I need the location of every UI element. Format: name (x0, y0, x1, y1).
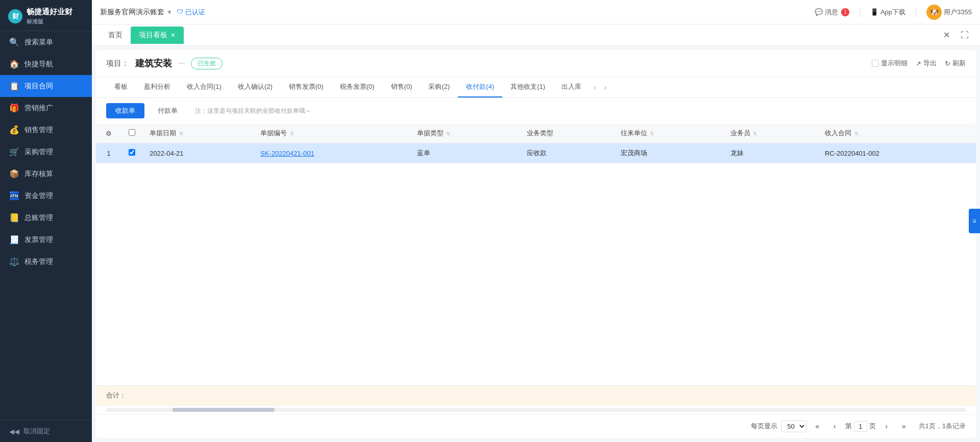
subtab-profit[interactable]: 盈利分析 (136, 77, 179, 97)
search-icon: 🔍 (9, 37, 19, 47)
user-profile-button[interactable]: 🐶 用户3355 (926, 5, 972, 20)
page-label: 第 (845, 422, 852, 431)
number-col-header[interactable]: 单据编号 ⇅ (253, 124, 410, 143)
app-edition: 标准版 (27, 18, 72, 26)
avatar: 🐶 (926, 5, 942, 20)
close-window-button[interactable]: ✕ (939, 28, 953, 42)
topbar-right: 💬 消息 1 📱 App下载 🐶 用户3355 (815, 5, 972, 20)
project-status-badge: 已生效 (191, 58, 223, 69)
sidebar-item-sales[interactable]: 💰 销售管理 (0, 119, 92, 141)
unpin-icon: ◀◀ (9, 428, 19, 435)
row-number[interactable]: SK-20220421-001 (253, 143, 410, 163)
subtab-kanban[interactable]: 看板 (106, 77, 136, 97)
maximize-window-button[interactable]: ⛶ (958, 28, 972, 42)
select-all-checkbox[interactable] (129, 129, 135, 136)
sidebar-item-project[interactable]: 📋 项目合同 (0, 75, 92, 97)
project-name: 建筑安装 (135, 57, 172, 69)
inner-tab-payment[interactable]: 付款单 (149, 103, 187, 118)
show-detail-checkbox-box[interactable] (872, 60, 879, 67)
subtab-prev-arrow[interactable]: ‹ (590, 83, 600, 91)
sidebar-label-marketing: 营销推广 (24, 104, 53, 113)
messages-button[interactable]: 💬 消息 1 (815, 8, 849, 17)
subtab-purchase[interactable]: 采购(2) (420, 77, 458, 97)
prev-page-button[interactable]: ‹ (828, 420, 841, 433)
row-checkbox[interactable] (129, 149, 135, 156)
row-date: 2022-04-21 (142, 143, 253, 163)
salesman-sort-icon: ⇅ (753, 131, 757, 136)
sidebar-item-search[interactable]: 🔍 搜索菜单 (0, 31, 92, 53)
side-panel-button[interactable]: ≡ (969, 209, 980, 233)
tabbar-actions: ✕ ⛶ (939, 28, 972, 42)
horizontal-scrollbar[interactable] (96, 405, 976, 414)
subtab-receipt[interactable]: 收付款(4) (458, 77, 502, 97)
subtab-tax-invoice[interactable]: 税务发票(0) (332, 77, 383, 97)
row-number-link[interactable]: SK-20220421-001 (260, 150, 314, 157)
inner-tab-receipt[interactable]: 收款单 (106, 103, 144, 118)
verified-badge: 🛡 已认证 (177, 8, 205, 17)
salesman-col-header[interactable]: 业务员 ⇅ (723, 124, 818, 143)
sidebar-label-project: 项目合同 (24, 82, 53, 91)
income-contract-col-header[interactable]: 收入合同 ⇅ (818, 124, 976, 143)
sidebar-item-tax[interactable]: ⚖️ 税务管理 (0, 251, 92, 273)
shield-icon: 🛡 (177, 8, 183, 16)
biz-type-col-header: 业务类型 (520, 124, 614, 143)
side-panel-icon: ≡ (972, 217, 976, 225)
sidebar-item-inventory[interactable]: 📦 库存核算 (0, 163, 92, 185)
type-col-header[interactable]: 单据类型 ⇅ (410, 124, 520, 143)
project-icon: 📋 (9, 81, 19, 91)
subtab-sales-invoice[interactable]: 销售发票(0) (281, 77, 332, 97)
table-row[interactable]: 1 2022-04-21 SK-20220421-001 蓝单 应收款 宏茂商场… (96, 143, 976, 163)
tab-home[interactable]: 首页 (100, 27, 131, 44)
row-checkbox-cell[interactable] (121, 143, 142, 163)
scrollbar-thumb[interactable] (173, 408, 275, 412)
sidebar-item-invoice[interactable]: 🧾 发票管理 (0, 229, 92, 251)
date-sort-icon: ⇅ (179, 131, 183, 136)
sidebar-scroll: 🔍 搜索菜单 🏠 快捷导航 📋 项目合同 🎁 营销推广 💰 销售管理 🛒 采购管… (0, 31, 92, 420)
date-col-header[interactable]: 单据日期 ⇅ (142, 124, 253, 143)
more-options-icon[interactable]: ··· (178, 59, 185, 68)
current-page[interactable]: 1 (854, 421, 867, 432)
subtab-income-confirm[interactable]: 收入确认(2) (230, 77, 281, 97)
first-page-button[interactable]: « (811, 420, 824, 433)
app-download-button[interactable]: 📱 App下载 (870, 8, 905, 17)
inner-tabs: 收款单 付款单 注：这里是与项目关联的全部收付款单哦～ (96, 98, 976, 124)
data-table-container: ⚙ 单据日期 ⇅ 单据编号 ⇅ (96, 124, 976, 385)
subtab-next-arrow[interactable]: › (600, 83, 611, 91)
unpin-label: 取消固定 (23, 427, 50, 436)
next-page-button[interactable]: › (880, 420, 893, 433)
scrollbar-track (106, 408, 966, 412)
logo-icon: 财 (8, 9, 22, 23)
content-area: 项目： 建筑安装 ··· 已生效 显示明细 ↗ 导出 ↻ 刷新 (96, 50, 976, 438)
unpin-button[interactable]: ◀◀ 取消固定 (0, 420, 92, 442)
tax-icon: ⚖️ (9, 257, 19, 266)
subtab-sales[interactable]: 销售(0) (383, 77, 421, 97)
tab-close-icon[interactable]: ✕ (170, 32, 176, 39)
account-chevron-icon: ▼ (166, 9, 173, 16)
show-detail-checkbox[interactable]: 显示明细 (872, 59, 908, 68)
subtab-other-expense[interactable]: 其他收支(1) (502, 77, 553, 97)
per-page-select[interactable]: 50 (781, 421, 806, 432)
subtab-income-contract[interactable]: 收入合同(1) (179, 77, 230, 97)
settings-col-header[interactable]: ⚙ (96, 124, 121, 143)
app-name: 畅捷通好业财 (27, 7, 72, 17)
sidebar-item-purchase[interactable]: 🛒 采购管理 (0, 141, 92, 163)
message-badge: 1 (841, 8, 849, 16)
project-actions: 显示明细 ↗ 导出 ↻ 刷新 (872, 59, 966, 68)
app-logo: 财 畅捷通好业财 标准版 (0, 0, 92, 31)
sidebar-label-inventory: 库存核算 (24, 169, 53, 179)
subtab-inout[interactable]: 出入库 (553, 77, 590, 97)
partner-col-header[interactable]: 往来单位 ⇅ (614, 124, 723, 143)
sidebar-item-finance[interactable]: 🏧 资金管理 (0, 185, 92, 207)
sidebar-item-marketing[interactable]: 🎁 营销推广 (0, 97, 92, 119)
refresh-button[interactable]: ↻ 刷新 (945, 59, 966, 68)
tab-project-board[interactable]: 项目看板 ✕ (131, 27, 184, 44)
app-download-label: App下载 (880, 8, 905, 17)
data-table: ⚙ 单据日期 ⇅ 单据编号 ⇅ (96, 124, 976, 163)
account-selector[interactable]: 新服务官网演示账套 ▼ (100, 8, 173, 17)
sidebar-item-shortcut[interactable]: 🏠 快捷导航 (0, 53, 92, 75)
sidebar-item-ledger[interactable]: 📒 总账管理 (0, 207, 92, 229)
purchase-icon: 🛒 (9, 147, 19, 157)
export-button[interactable]: ↗ 导出 (916, 59, 937, 68)
last-page-button[interactable]: » (897, 420, 911, 433)
checkbox-col-header[interactable] (121, 124, 142, 143)
